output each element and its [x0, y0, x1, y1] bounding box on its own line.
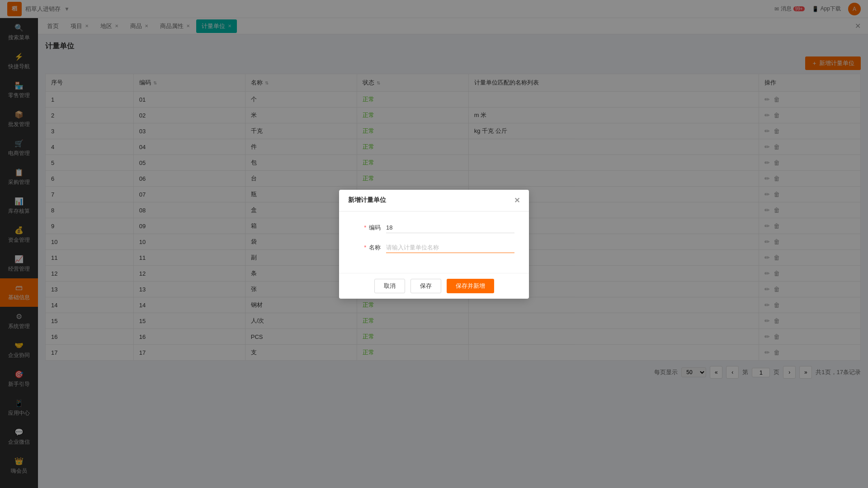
modal-close-button[interactable]: ✕: [514, 196, 520, 205]
save-and-new-button[interactable]: 保存并新增: [447, 279, 494, 293]
modal-footer: 取消 保存 保存并新增: [339, 273, 529, 299]
required-mark-name: *: [364, 244, 366, 251]
modal-body: * 编码 * 名称: [339, 211, 529, 273]
name-label: * 名称: [354, 244, 381, 252]
name-input[interactable]: [386, 242, 514, 253]
add-unit-modal: 新增计量单位 ✕ * 编码 * 名称 取消 保存 保存并新增: [339, 190, 529, 299]
modal-title: 新增计量单位: [348, 196, 386, 204]
code-input[interactable]: [386, 222, 514, 233]
modal-header: 新增计量单位 ✕: [339, 190, 529, 211]
form-row-code: * 编码: [354, 222, 514, 233]
form-row-name: * 名称: [354, 242, 514, 253]
cancel-button[interactable]: 取消: [374, 279, 405, 293]
modal-overlay: 新增计量单位 ✕ * 编码 * 名称 取消 保存 保存并新增: [0, 0, 868, 488]
save-button[interactable]: 保存: [410, 279, 441, 293]
code-label: * 编码: [354, 224, 381, 232]
required-mark: *: [364, 224, 366, 231]
